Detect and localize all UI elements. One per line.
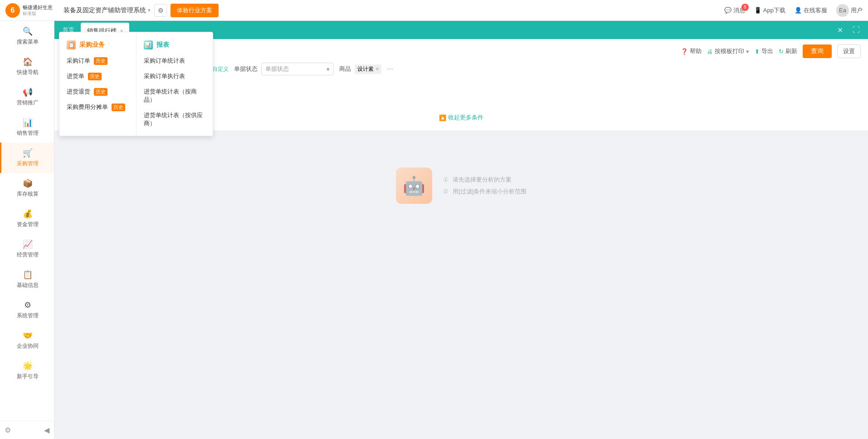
search-icon: 🔍: [23, 26, 33, 36]
sidebar-item-purchase[interactable]: 🛒 采购管理: [0, 143, 54, 173]
user-area[interactable]: Ea 用户: [836, 4, 863, 17]
menu-item-purchase-expense[interactable]: 采购费用分摊单 历史: [59, 99, 136, 115]
help-button[interactable]: ❓ 帮助: [681, 47, 702, 55]
menu-item-purchase-order[interactable]: 采购订单 历史: [59, 53, 136, 69]
home-icon: 🏠: [23, 57, 33, 67]
filter-group-status: 单据状态 单据状态 ▾: [234, 63, 334, 75]
service-icon: 👤: [795, 7, 802, 14]
menu-item-order-execution[interactable]: 采购订单执行表: [137, 69, 213, 84]
sidebar-item-label: 系统管理: [17, 312, 39, 320]
sidebar-item-system[interactable]: ⚙ 系统管理: [0, 295, 54, 325]
tab-close-window-icon[interactable]: ✕: [834, 24, 846, 36]
logo-icon: 6: [5, 3, 20, 18]
system-icon: ⚙: [24, 300, 31, 310]
sidebar: 🔍 搜索菜单 🏠 快捷导航 📢 营销推广 📊 销售管理 🛒 采购管理 📦 库存核…: [0, 21, 54, 439]
menu-item-order-stats[interactable]: 采购订单统计表: [137, 53, 213, 69]
query-button[interactable]: 查询: [803, 44, 832, 58]
export-icon: ⬆: [755, 48, 760, 55]
sidebar-settings-button[interactable]: ⚙: [5, 426, 11, 434]
header-right: 💬 消息 8 📱 App下载 👤 在线客服 Ea 用户: [724, 4, 863, 17]
finance-icon: 💰: [23, 209, 33, 219]
settings-small-button[interactable]: 设置: [837, 44, 861, 58]
sidebar-item-search[interactable]: 🔍 搜索菜单: [0, 21, 54, 51]
sidebar-collapse-button[interactable]: ◀: [44, 426, 49, 434]
reports-header: 📊 报表: [137, 37, 213, 53]
sidebar-item-enterprise[interactable]: 🤝 企业协同: [0, 325, 54, 355]
sidebar-item-label: 资金管理: [17, 221, 39, 228]
print-icon: 🖨: [707, 48, 713, 55]
empty-illustration: 🤖: [396, 168, 432, 204]
sidebar-bottom: ⚙ ◀: [0, 421, 54, 439]
dropdown-arrow-icon: ▾: [148, 7, 151, 13]
history-badge: 历史: [94, 57, 107, 65]
goods-tag-remove-icon[interactable]: ×: [375, 66, 379, 72]
shortcut-custom[interactable]: 自定义: [212, 65, 229, 73]
sidebar-item-label: 新手引导: [17, 373, 39, 380]
menu-item-receipt-by-goods[interactable]: 进货单统计表（按商品）: [137, 84, 213, 108]
print-button[interactable]: 🖨 按模板打印 ▾: [707, 47, 749, 55]
collapse-up-icon: 🔼: [439, 114, 446, 121]
select-arrow-icon: ▾: [327, 66, 330, 73]
purchase-dropdown-menu: 📋 采购业务 采购订单 历史 进货单 历史 进货退货 历史 采购费用分摊单 历史…: [59, 32, 213, 136]
menu-item-purchase-return[interactable]: 进货退货 历史: [59, 84, 136, 99]
menu-item-purchase-receipt[interactable]: 进货单 历史: [59, 69, 136, 84]
header-settings-button[interactable]: ⚙: [154, 4, 167, 17]
sidebar-item-label: 快捷导航: [17, 69, 39, 76]
app-download-button[interactable]: 📱 App下载: [754, 6, 785, 15]
filter-group-goods: 商品 设计素 × ···: [339, 64, 395, 74]
purchase-icon: 🛒: [23, 148, 33, 158]
title-dropdown[interactable]: 装备及固定资产辅助管理系统 ▾: [63, 6, 151, 15]
sidebar-item-basic[interactable]: 📋 基础信息: [0, 264, 54, 295]
guide-icon: 🌟: [23, 361, 33, 371]
avatar: Ea: [836, 4, 849, 17]
gear-icon: ⚙: [158, 7, 164, 14]
sidebar-item-label: 基础信息: [17, 281, 39, 289]
voucher-status-label: 单据状态: [234, 65, 258, 73]
goods-more-button[interactable]: ···: [385, 65, 395, 73]
sidebar-item-operations[interactable]: 📈 经营管理: [0, 234, 54, 264]
sidebar-item-label: 企业协同: [17, 342, 39, 350]
history-badge: 历史: [88, 73, 102, 80]
sidebar-item-label: 搜索菜单: [17, 38, 39, 46]
purchase-business-column: 📋 采购业务 采购订单 历史 进货单 历史 进货退货 历史 采购费用分摊单 历史: [59, 32, 136, 136]
sidebar-item-guide[interactable]: 🌟 新手引导: [0, 355, 54, 386]
logo-area: 6 畅捷通好生意 标准版: [5, 3, 60, 18]
online-service-button[interactable]: 👤 在线客服: [795, 6, 827, 15]
system-title: 装备及固定资产辅助管理系统 ▾ ⚙ 体验行业方案: [63, 4, 724, 17]
menu-item-receipt-by-supplier[interactable]: 进货单统计表（按供应商）: [137, 108, 213, 131]
history-badge: 历史: [112, 104, 125, 111]
help-icon: ❓: [681, 48, 688, 55]
tab-expand-icon[interactable]: ⛶: [850, 24, 863, 36]
sidebar-item-sales[interactable]: 📊 销售管理: [0, 112, 54, 143]
sidebar-item-label: 经营管理: [17, 251, 39, 259]
refresh-button[interactable]: ↻ 刷新: [779, 47, 797, 55]
message-icon: 💬: [724, 7, 731, 14]
sidebar-item-label: 库存核算: [17, 190, 39, 198]
sidebar-item-marketing[interactable]: 📢 营销推广: [0, 82, 54, 112]
print-dropdown-icon: ▾: [746, 48, 749, 55]
refresh-icon: ↻: [779, 48, 784, 55]
sidebar-item-finance[interactable]: 💰 资金管理: [0, 203, 54, 234]
reports-header-icon: 📊: [144, 40, 153, 49]
voucher-status-select[interactable]: 单据状态 ▾: [261, 63, 334, 75]
basic-icon: 📋: [23, 270, 33, 280]
business-header: 📋 采购业务: [59, 37, 136, 53]
export-button[interactable]: ⬆ 导出: [755, 47, 773, 55]
enterprise-icon: 🤝: [23, 330, 33, 340]
empty-text: ① 请先选择要分析的方案 ② 用[过滤]条件来缩小分析范围: [443, 174, 527, 197]
industry-button[interactable]: 体验行业方案: [171, 4, 219, 17]
sidebar-item-inventory[interactable]: 📦 库存核算: [0, 173, 54, 203]
messages-button[interactable]: 💬 消息 8: [724, 6, 745, 15]
phone-icon: 📱: [754, 7, 761, 14]
marketing-icon: 📢: [23, 87, 33, 97]
history-badge: 历史: [94, 88, 107, 96]
goods-tag[interactable]: 设计素 ×: [355, 64, 381, 74]
sidebar-item-label: 销售管理: [17, 129, 39, 137]
logo-text: 畅捷通好生意 标准版: [23, 4, 53, 16]
tab-bar-actions: ✕ ⛶: [834, 24, 866, 36]
purchase-reports-column: 📊 报表 采购订单统计表 采购订单执行表 进货单统计表（按商品） 进货单统计表（…: [136, 32, 213, 136]
sidebar-item-label: 采购管理: [17, 160, 39, 168]
sales-icon: 📊: [23, 118, 33, 128]
sidebar-item-quicknav[interactable]: 🏠 快捷导航: [0, 51, 54, 82]
sidebar-item-label: 营销推广: [17, 99, 39, 107]
